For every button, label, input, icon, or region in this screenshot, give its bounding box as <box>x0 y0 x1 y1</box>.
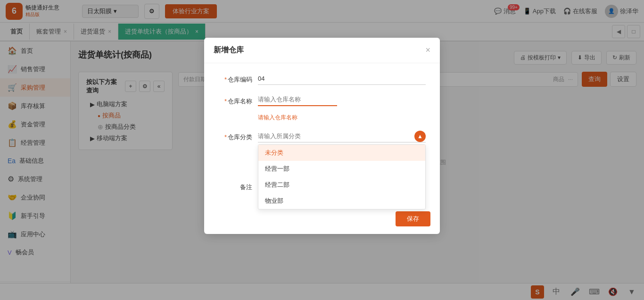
new-warehouse-modal: 新增仓库 × 仓库编码 仓库名称 请输入仓库名称 仓库分类 <box>204 38 440 234</box>
category-input[interactable] <box>258 130 426 142</box>
dropdown-item-dept1[interactable]: 经营一部 <box>258 161 425 177</box>
dropdown-item-property[interactable]: 物业部 <box>258 193 425 209</box>
code-label: 仓库编码 <box>218 73 252 84</box>
form-row-code: 仓库编码 <box>218 73 426 85</box>
form-row-name: 仓库名称 请输入仓库名称 <box>218 93 426 122</box>
modal-title: 新增仓库 <box>214 45 244 55</box>
name-input[interactable] <box>258 93 337 106</box>
category-label: 仓库分类 <box>218 130 252 142</box>
category-select-wrap: ▲ 未分类 经营一部 经营二部 物业部 <box>258 130 426 142</box>
modal-header: 新增仓库 × <box>204 38 440 63</box>
name-label: 仓库名称 <box>218 94 252 106</box>
note-label: 备注 <box>218 180 252 192</box>
dropdown-item-unclassified[interactable]: 未分类 <box>258 145 425 161</box>
modal-body: 仓库编码 仓库名称 请输入仓库名称 仓库分类 ▲ <box>204 63 440 206</box>
category-dropdown: 未分类 经营一部 经营二部 物业部 <box>258 144 426 209</box>
name-error-msg: 请输入仓库名称 <box>258 114 297 121</box>
category-toggle-button[interactable]: ▲ <box>414 131 426 142</box>
modal-overlay: 新增仓库 × 仓库编码 仓库名称 请输入仓库名称 仓库分类 <box>0 0 644 300</box>
form-row-category: 仓库分类 ▲ 未分类 经营一部 经营二部 <box>218 130 426 142</box>
code-input[interactable] <box>258 73 426 85</box>
modal-close-button[interactable]: × <box>425 45 430 55</box>
modal-footer: 保存 <box>204 206 440 234</box>
dropdown-item-dept2[interactable]: 经营二部 <box>258 177 425 193</box>
save-button[interactable]: 保存 <box>396 211 430 226</box>
